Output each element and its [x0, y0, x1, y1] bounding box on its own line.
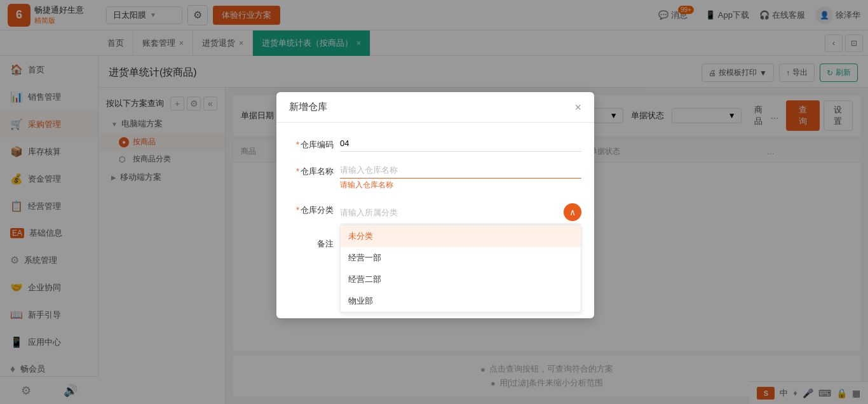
code-label: 仓库编码 [289, 135, 340, 151]
dropdown-item-dept1[interactable]: 经营一部 [341, 247, 581, 269]
classify-input[interactable] [340, 208, 564, 217]
classify-label: 仓库分类 [289, 201, 340, 216]
code-wrap [340, 135, 581, 152]
note-label: 备注 [289, 234, 340, 250]
name-error-msg: 请输入仓库名称 [340, 180, 581, 191]
modal-header: 新增仓库 × [276, 92, 594, 123]
name-wrap: 请输入仓库名称 [340, 162, 581, 191]
code-input[interactable] [340, 135, 581, 152]
new-warehouse-modal: 新增仓库 × 仓库编码 仓库名称 请输入仓库名称 仓库分类 [276, 92, 594, 318]
code-row: 仓库编码 [289, 135, 581, 152]
name-input[interactable] [340, 162, 581, 178]
name-row: 仓库名称 请输入仓库名称 [289, 162, 581, 191]
dropdown-item-unclassified[interactable]: 未分类 [341, 226, 581, 247]
modal-close-btn[interactable]: × [574, 102, 581, 113]
classify-input-wrap: ∧ [340, 201, 581, 224]
classify-row: 仓库分类 ∧ 未分类 经营一部 经营二部 物业部 [289, 201, 581, 224]
modal-body: 仓库编码 仓库名称 请输入仓库名称 仓库分类 ∧ [276, 123, 594, 280]
classify-wrap: ∧ 未分类 经营一部 经营二部 物业部 [340, 201, 581, 224]
classify-toggle-btn[interactable]: ∧ [564, 203, 581, 221]
dropdown-item-dept2[interactable]: 经营二部 [341, 269, 581, 290]
modal-overlay: 新增仓库 × 仓库编码 仓库名称 请输入仓库名称 仓库分类 [0, 0, 868, 404]
name-label: 仓库名称 [289, 162, 340, 177]
classify-dropdown: 未分类 经营一部 经营二部 物业部 [340, 225, 581, 313]
modal-title: 新增仓库 [289, 101, 327, 113]
dropdown-item-dept3[interactable]: 物业部 [341, 290, 581, 312]
